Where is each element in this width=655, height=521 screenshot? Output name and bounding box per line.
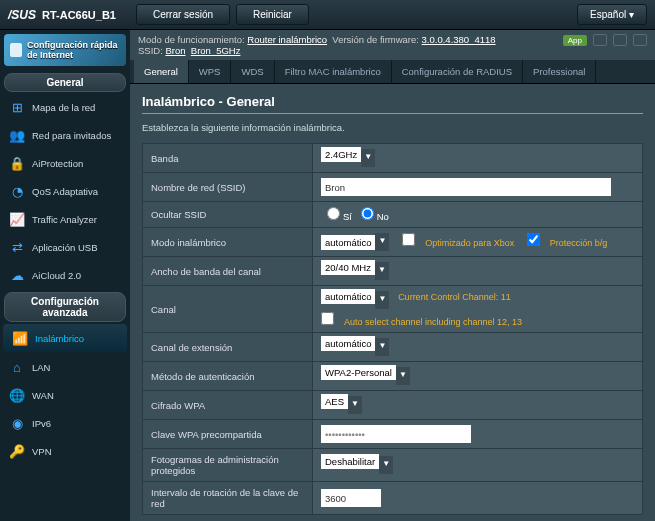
content-area: Inalámbrico - General Establezca la sigu…: [130, 84, 655, 521]
sidebar-item-wan[interactable]: 🌐WAN: [0, 381, 130, 409]
main-panel: App Modo de funcionamiento: Router inalá…: [130, 30, 655, 521]
auto-channel-checkbox[interactable]: [321, 312, 334, 325]
qos-icon: ◔: [8, 183, 26, 199]
settings-table: Banda2.4GHz▼ Nombre de red (SSID) Oculta…: [142, 143, 643, 515]
encryption-select[interactable]: AES: [321, 394, 348, 409]
sidebar-item-traffic[interactable]: 📈Traffic Analyzer: [0, 205, 130, 233]
shield-icon: 🔒: [8, 155, 26, 171]
language-select[interactable]: Español ▾: [577, 4, 647, 25]
firmware-link[interactable]: 3.0.0.4.380_4118: [422, 34, 496, 45]
brand-logo: /SUS: [8, 8, 36, 22]
channel-hint: Current Control Channel: 11: [398, 292, 511, 302]
page-title: Inalámbrico - General: [142, 94, 643, 114]
rotation-input[interactable]: [321, 489, 381, 507]
dropdown-icon[interactable]: ▼: [396, 367, 410, 385]
tab-professional[interactable]: Professional: [523, 60, 596, 83]
sidebar-item-ipv6[interactable]: ◉IPv6: [0, 409, 130, 437]
channel-select[interactable]: automático: [321, 289, 375, 304]
quick-setup-label: Configuración rápida de Internet: [27, 40, 120, 60]
psk-input[interactable]: [321, 425, 471, 443]
auth-select[interactable]: WPA2-Personal: [321, 365, 396, 380]
usb-icon: ⇄: [8, 239, 26, 255]
sidebar-item-wireless[interactable]: 📶Inalámbrico: [3, 324, 127, 352]
bg-protection-checkbox[interactable]: [527, 233, 540, 246]
ssid-input[interactable]: [321, 178, 611, 196]
ssid2-link[interactable]: Bron_5GHz: [191, 45, 241, 56]
sidebar-item-aiprotection[interactable]: 🔒AiProtection: [0, 149, 130, 177]
sidebar-item-aicloud[interactable]: ☁AiCloud 2.0: [0, 261, 130, 289]
info-bar: App Modo de funcionamiento: Router inalá…: [130, 30, 655, 60]
wifi-icon: 📶: [11, 330, 29, 346]
cloud-icon: ☁: [8, 267, 26, 283]
sidebar-item-usb[interactable]: ⇄Aplicación USB: [0, 233, 130, 261]
sidebar-item-lan[interactable]: ⌂LAN: [0, 353, 130, 381]
ipv6-icon: ◉: [8, 415, 26, 431]
topbar: /SUS RT-AC66U_B1 Cerrar sesión Reiniciar…: [0, 0, 655, 30]
pmf-select[interactable]: Deshabilitar: [321, 454, 379, 469]
sidebar-item-qos[interactable]: ◔QoS Adaptativa: [0, 177, 130, 205]
tab-macfilter[interactable]: Filtro MAC inalámbrico: [275, 60, 392, 83]
section-general: General: [4, 73, 126, 92]
status-icon-1[interactable]: [593, 34, 607, 46]
xbox-checkbox[interactable]: [402, 233, 415, 246]
tab-bar: General WPS WDS Filtro MAC inalámbrico C…: [130, 60, 655, 84]
dropdown-icon[interactable]: ▼: [375, 233, 389, 251]
logout-button[interactable]: Cerrar sesión: [136, 4, 230, 25]
dropdown-icon[interactable]: ▼: [348, 396, 362, 414]
tab-radius[interactable]: Configuración de RADIUS: [392, 60, 523, 83]
dropdown-icon[interactable]: ▼: [361, 149, 375, 167]
app-badge[interactable]: App: [563, 35, 587, 46]
section-advanced: Configuración avanzada: [4, 292, 126, 322]
hide-ssid-yes[interactable]: [327, 207, 340, 220]
dropdown-icon[interactable]: ▼: [375, 291, 389, 309]
network-icon: ⊞: [8, 99, 26, 115]
sidebar-item-vpn[interactable]: 🔑VPN: [0, 437, 130, 465]
dropdown-icon[interactable]: ▼: [375, 338, 389, 356]
bandwidth-select[interactable]: 20/40 MHz: [321, 260, 375, 275]
tab-wps[interactable]: WPS: [189, 60, 232, 83]
dropdown-icon[interactable]: ▼: [375, 262, 389, 280]
sidebar-item-guest[interactable]: 👥Red para invitados: [0, 121, 130, 149]
mode-link[interactable]: Router inalámbrico: [247, 34, 327, 45]
page-subtitle: Establezca la siguiente información inal…: [142, 122, 643, 133]
sidebar-item-network-map[interactable]: ⊞Mapa de la red: [0, 93, 130, 121]
status-icon-3[interactable]: [633, 34, 647, 46]
quick-setup-icon: [10, 43, 22, 57]
tab-wds[interactable]: WDS: [231, 60, 274, 83]
band-select[interactable]: 2.4GHz: [321, 147, 361, 162]
lan-icon: ⌂: [8, 359, 26, 375]
ext-channel-select[interactable]: automático: [321, 336, 375, 351]
wan-icon: 🌐: [8, 387, 26, 403]
quick-setup-button[interactable]: Configuración rápida de Internet: [4, 34, 126, 66]
model-name: RT-AC66U_B1: [42, 9, 116, 21]
guest-icon: 👥: [8, 127, 26, 143]
mode-select[interactable]: automático: [321, 235, 375, 250]
tab-general[interactable]: General: [134, 60, 189, 83]
hide-ssid-no[interactable]: [361, 207, 374, 220]
ssid1-link[interactable]: Bron: [165, 45, 185, 56]
sidebar: Configuración rápida de Internet General…: [0, 30, 130, 521]
traffic-icon: 📈: [8, 211, 26, 227]
status-icon-2[interactable]: [613, 34, 627, 46]
vpn-icon: 🔑: [8, 443, 26, 459]
dropdown-icon[interactable]: ▼: [379, 456, 393, 474]
reboot-button[interactable]: Reiniciar: [236, 4, 309, 25]
